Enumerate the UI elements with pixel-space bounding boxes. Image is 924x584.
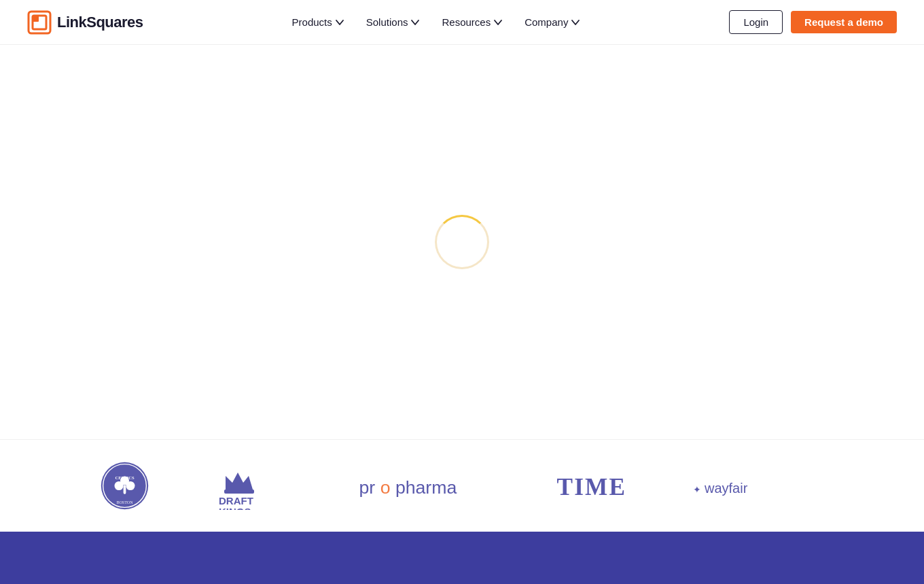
svg-text:BOSTON: BOSTON (116, 500, 133, 504)
svg-point-7 (114, 481, 123, 490)
nav-links: Products Solutions Resources Company (284, 11, 589, 33)
client-logos-section: CELTICS BOSTON DRAFT KINGS (0, 439, 924, 532)
main-content (0, 45, 924, 439)
login-button[interactable]: Login (729, 10, 783, 34)
celtics-logo-svg: CELTICS BOSTON (99, 460, 150, 511)
wayfair-logo-svg: ✦ wayfair (690, 470, 825, 501)
svg-text:wayfair: wayfair (704, 481, 748, 496)
client-logo-propharma: pr o pharma (355, 470, 491, 501)
svg-text:✦: ✦ (693, 484, 701, 495)
loading-spinner-container (435, 215, 489, 269)
chevron-down-icon (335, 18, 344, 27)
draftkings-logo-svg: DRAFT KINGS (212, 462, 294, 510)
logo-text: LinkSquares (57, 14, 143, 31)
footer-bar (0, 532, 924, 584)
logo[interactable]: LinkSquares (27, 10, 143, 35)
svg-rect-9 (123, 485, 126, 494)
svg-text:pr
        o
        pharma: pr o pharma (359, 477, 457, 498)
client-logo-celtics: CELTICS BOSTON (99, 460, 150, 511)
client-logo-draftkings: DRAFT KINGS (212, 462, 294, 510)
chevron-down-icon (410, 18, 420, 27)
loading-spinner (435, 215, 489, 269)
nav-solutions[interactable]: Solutions (358, 11, 429, 33)
svg-rect-2 (33, 16, 39, 22)
time-logo-svg: TIME (553, 470, 628, 501)
svg-point-8 (126, 481, 135, 490)
svg-text:KINGS: KINGS (219, 506, 251, 510)
nav-company[interactable]: Company (516, 11, 588, 33)
chevron-down-icon (493, 18, 503, 27)
request-demo-button[interactable]: Request a demo (791, 11, 897, 33)
propharma-logo-svg: pr o pharma (355, 470, 491, 501)
logo-icon (27, 10, 52, 35)
svg-text:DRAFT: DRAFT (219, 495, 253, 506)
main-nav: LinkSquares Products Solutions Resources… (0, 0, 924, 45)
nav-resources[interactable]: Resources (433, 11, 511, 33)
client-logo-time: TIME (553, 470, 628, 501)
chevron-down-icon (571, 18, 580, 27)
svg-text:TIME: TIME (556, 474, 626, 500)
nav-products[interactable]: Products (284, 11, 353, 33)
nav-actions: Login Request a demo (729, 10, 897, 34)
client-logo-wayfair: ✦ wayfair (690, 470, 825, 501)
svg-rect-11 (224, 489, 254, 494)
